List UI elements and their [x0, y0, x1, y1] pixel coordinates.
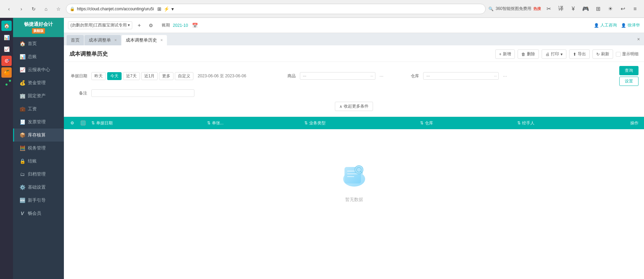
th-operator[interactable]: ⇅ 经手人 [515, 120, 630, 126]
sidebar-icon-2[interactable]: 📊 [1, 32, 12, 43]
url-bar[interactable]: 🔒 https://cloud.chanjet.com/accounting/u… [66, 4, 486, 14]
hot-label: 热搜 [533, 6, 541, 11]
th-biz-type-sort-icon: ⇅ [304, 121, 308, 125]
delete-label: 删除 [527, 51, 535, 57]
sidebar-icon-green[interactable]: ● [1, 79, 12, 89]
archive-icon: 🗂 [20, 171, 25, 177]
print-icon: 🖨 [545, 52, 550, 57]
invoice-icon: 🧾 [20, 119, 25, 125]
goods-select-wrapper [300, 72, 375, 80]
nav-item-invoice[interactable]: 🧾 发票管理 [13, 115, 64, 129]
th-biz-type[interactable]: ⇅ 业务类型 [302, 120, 417, 126]
fixed-assets-icon: 🏢 [20, 93, 25, 99]
nav-item-tax[interactable]: 🧮 税务管理 [13, 142, 64, 155]
filter-row-date: 单据日期 昨天 今天 近7天 近1月 [69, 66, 639, 86]
empty-text: 暂无数据 [345, 197, 363, 203]
yesterday-btn[interactable]: 昨天 [91, 72, 106, 80]
tab-cost-adjust-history-label: 成本调整单历史 [126, 37, 157, 43]
refresh-button[interactable]: ↻ [29, 4, 38, 14]
delete-button[interactable]: 🗑 删除 [518, 49, 539, 59]
display-cols-checkbox[interactable]: 显示明细 [616, 51, 639, 57]
calendar-button[interactable]: 📅 [190, 21, 200, 30]
refresh-button-page[interactable]: ↻ 刷新 [592, 49, 613, 59]
nav-item-fixed-assets[interactable]: 🏢 固定资产 [13, 89, 64, 102]
goods-input[interactable] [300, 72, 375, 80]
tab-home[interactable]: 首页 [67, 35, 84, 45]
today-btn[interactable]: 今天 [107, 72, 122, 80]
apps-button[interactable]: ⊞ [593, 4, 603, 14]
user-button[interactable]: 👤 徐泽华 [621, 22, 640, 28]
refresh-icon: ↻ [596, 52, 600, 57]
logo-sub: 旗舰版 [32, 28, 45, 34]
th-voucher[interactable]: ⇅ 单张... [204, 120, 302, 126]
nav-item-membership[interactable]: V 畅会员 [13, 207, 64, 220]
guide-icon: 🆕 [20, 198, 25, 203]
sidebar-icon-3[interactable]: 📈 [1, 44, 12, 54]
star-button[interactable]: ☆ [54, 4, 63, 14]
search-label: 360智能抠图免费用 [496, 6, 531, 12]
search-area[interactable]: 🔍 360智能抠图免费用 热搜 [488, 6, 541, 12]
menu-button[interactable]: ≡ [630, 4, 640, 14]
th-checkbox[interactable] [78, 121, 89, 125]
scissors-button[interactable]: ✂ [544, 4, 553, 14]
tab-cost-adjust-history-close[interactable]: × [160, 38, 163, 43]
back-button[interactable]: ‹ [4, 4, 14, 14]
nav-item-ledger[interactable]: 📊 总账 [13, 50, 64, 63]
collapse-row: ∧ 收起更多条件 [69, 100, 639, 112]
1month-btn[interactable]: 近1月 [141, 72, 158, 80]
nav-item-settings[interactable]: ⚙️ 基础设置 [13, 181, 64, 194]
ledger-icon: 📊 [20, 54, 25, 59]
nav-item-home[interactable]: 🏠 首页 [13, 37, 64, 50]
nav-item-archive[interactable]: 🗂 归档管理 [13, 168, 64, 181]
nav-sidebar: 畅捷通好会计 旗舰版 🏠 首页 📊 总账 📈 云报表中心 💰 资金管理 🏢 固定… [13, 18, 64, 279]
translate-button[interactable]: 译 [556, 4, 566, 14]
forward-button[interactable]: › [16, 4, 26, 14]
closing-icon: 🔒 [20, 158, 25, 164]
service-button[interactable]: 👤 人工咨询 [594, 22, 617, 28]
warehouse-select-wrapper [423, 72, 499, 80]
th-date[interactable]: ⇅ 单据日期 [89, 120, 204, 126]
main-content: (勿删勿禁用)江西服宝测试专用 ▾ + ⚙ 账期 2021-10 📅 👤 人工咨… [64, 18, 644, 279]
add-tab-button[interactable]: + [134, 21, 144, 30]
nav-item-funds[interactable]: 💰 资金管理 [13, 76, 64, 89]
home-button[interactable]: ⌂ [41, 4, 51, 14]
remark-input[interactable] [91, 89, 194, 97]
undo-button[interactable]: ↩ [618, 4, 628, 14]
new-button[interactable]: + 新增 [495, 49, 515, 59]
tab-cost-adjust-close[interactable]: × [114, 38, 117, 43]
sun-button[interactable]: ☀ [606, 4, 615, 14]
warehouse-input[interactable] [423, 72, 499, 80]
th-warehouse[interactable]: ⇅ 仓库 [417, 120, 515, 126]
coin-button[interactable]: ¥ [568, 4, 578, 14]
export-button[interactable]: ⬆ 导出 [569, 49, 590, 59]
query-button[interactable]: 查询 [619, 66, 639, 75]
settings-gear-button[interactable]: ⚙ [146, 21, 156, 30]
sidebar-icon-red[interactable]: 🎯 [1, 56, 12, 66]
avatar-icon: 👤 [621, 23, 626, 28]
nav-item-closing[interactable]: 🔒 结账 [13, 155, 64, 168]
tab-cost-adjust[interactable]: 成本调整单 × [84, 35, 121, 45]
company-selector[interactable]: (勿删勿禁用)江西服宝测试专用 ▾ [68, 21, 132, 29]
nav-label-membership: 畅会员 [28, 210, 41, 216]
custom-btn[interactable]: 自定义 [175, 72, 193, 80]
select-all-checkbox[interactable] [81, 121, 86, 125]
empty-icon [337, 157, 371, 191]
tab-cost-adjust-history[interactable]: 成本调整单历史 × [122, 35, 167, 45]
home-icon: 🏠 [20, 41, 25, 46]
close-all-tabs-button[interactable]: × [634, 35, 643, 43]
sidebar-icon-home[interactable]: 🏠 [1, 21, 12, 31]
nav-item-reports[interactable]: 📈 云报表中心 [13, 63, 64, 76]
nav-item-payroll[interactable]: 💼 工资 [13, 102, 64, 115]
sidebar-icon-orange[interactable]: 🍊 [1, 67, 12, 78]
collapse-button[interactable]: ∧ 收起更多条件 [335, 102, 373, 111]
nav-item-guide[interactable]: 🆕 新手引导 [13, 194, 64, 207]
nav-item-inventory[interactable]: 📦 库存核算 [13, 129, 64, 142]
th-settings[interactable]: ⚙ [67, 121, 78, 125]
filter-settings-button[interactable]: 设置 [619, 77, 639, 86]
more-btn[interactable]: 更多 [159, 72, 173, 80]
warehouse-filter-label: 仓库 [401, 73, 419, 79]
settings-col-icon: ⚙ [70, 121, 74, 125]
7days-btn[interactable]: 近7天 [123, 72, 140, 80]
game-button[interactable]: 🎮 [581, 4, 590, 14]
print-button[interactable]: 🖨 打印 ▾ [542, 49, 566, 59]
